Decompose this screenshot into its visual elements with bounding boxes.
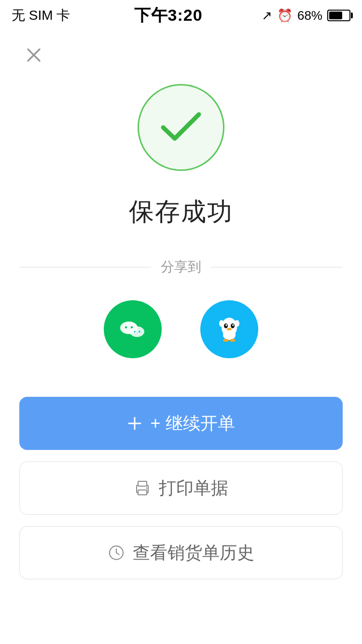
share-icons — [104, 300, 258, 358]
action-buttons: + 继续开单 打印单据 查看销 — [19, 397, 343, 579]
svg-point-6 — [131, 326, 133, 328]
svg-point-25 — [146, 488, 148, 489]
clock-icon — [108, 544, 125, 561]
share-section: 分享到 — [19, 258, 343, 358]
divider-left — [19, 267, 151, 267]
battery-fill — [329, 12, 342, 19]
svg-rect-24 — [138, 490, 147, 495]
plus-icon — [127, 416, 142, 431]
carrier-text: 无 SIM 卡 — [12, 6, 70, 25]
success-circle — [138, 84, 224, 171]
success-title: 保存成功 — [129, 195, 233, 229]
status-bar: 无 SIM 卡 下午3:20 ↗ ⏰ 68% — [0, 0, 362, 31]
svg-point-17 — [223, 330, 236, 340]
svg-point-14 — [225, 324, 227, 326]
divider-right — [211, 267, 343, 267]
svg-line-28 — [116, 553, 119, 555]
main-content: 保存成功 分享到 — [0, 31, 362, 644]
printer-icon — [134, 479, 151, 497]
print-label: 打印单据 — [159, 476, 228, 500]
status-time: 下午3:20 — [134, 4, 203, 27]
status-left: 无 SIM 卡 — [12, 6, 75, 25]
svg-rect-23 — [138, 481, 147, 486]
svg-point-8 — [139, 331, 140, 333]
svg-point-15 — [232, 324, 234, 326]
alarm-icon: ⏰ — [277, 8, 292, 23]
svg-point-10 — [219, 320, 224, 327]
wechat-icon — [116, 312, 150, 346]
battery-percentage: 68% — [297, 8, 322, 23]
divider-row: 分享到 — [19, 258, 343, 276]
print-button[interactable]: 打印单据 — [19, 462, 343, 515]
continue-order-button[interactable]: + 继续开单 — [19, 397, 343, 450]
svg-point-5 — [125, 326, 127, 328]
qq-share-button[interactable] — [200, 300, 258, 358]
svg-point-18 — [223, 339, 229, 342]
continue-order-label: + 继续开单 — [150, 412, 235, 435]
history-label: 查看销货单历史 — [133, 541, 254, 565]
battery-icon — [327, 10, 350, 21]
wechat-share-button[interactable] — [104, 300, 162, 358]
share-label: 分享到 — [161, 258, 201, 276]
qq-icon — [213, 313, 246, 346]
svg-point-19 — [230, 339, 236, 342]
status-right: ↗ ⏰ 68% — [262, 8, 350, 23]
close-button[interactable] — [19, 41, 48, 70]
location-icon: ↗ — [262, 8, 272, 23]
svg-point-7 — [134, 331, 136, 333]
checkmark-icon — [159, 111, 203, 144]
svg-point-11 — [235, 320, 239, 327]
history-button[interactable]: 查看销货单历史 — [19, 526, 343, 579]
